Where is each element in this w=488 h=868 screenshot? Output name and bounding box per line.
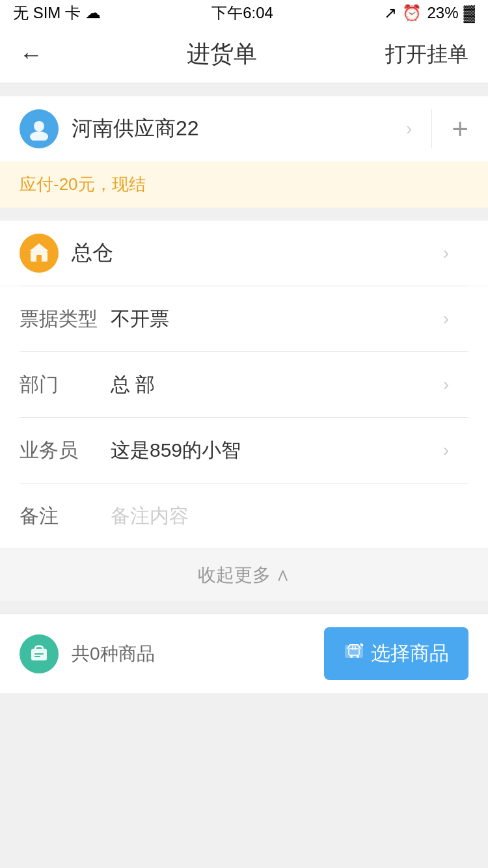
dept-label: 部门	[20, 372, 111, 398]
supplier-divider	[431, 109, 432, 148]
salesman-row[interactable]: 业务员 这是859的小智 ›	[0, 418, 488, 483]
empty-area	[0, 693, 488, 868]
page-title: 进货单	[187, 38, 257, 70]
invoice-value: 不开票	[111, 306, 443, 332]
supplier-chevron-icon: ›	[406, 118, 412, 139]
remark-row[interactable]: 备注 备注内容	[0, 483, 488, 549]
collapse-button[interactable]: 收起更多 ∧	[0, 549, 488, 601]
invoice-chevron-icon: ›	[443, 308, 449, 329]
divider-7	[0, 601, 488, 614]
invoice-row[interactable]: 票据类型 不开票 ›	[0, 286, 488, 351]
dept-value: 总 部	[111, 372, 443, 398]
svg-marker-3	[29, 243, 49, 251]
svg-rect-6	[34, 653, 44, 655]
select-product-label: 选择商品	[371, 640, 449, 667]
svg-point-1	[30, 131, 48, 141]
select-product-button[interactable]: 选择商品	[324, 627, 468, 680]
salesman-label: 业务员	[20, 437, 111, 464]
svg-point-0	[34, 121, 44, 131]
status-time: 下午6:04	[211, 3, 273, 23]
notice-bar: 应付-20元，现结	[0, 161, 488, 208]
warehouse-section[interactable]: 总仓 ›	[0, 221, 488, 286]
bottom-bar: 共0种商品 选择商品	[0, 614, 488, 693]
remark-label: 备注	[20, 503, 111, 530]
supplier-name: 河南供应商22	[72, 115, 406, 143]
dept-chevron-icon: ›	[443, 374, 449, 395]
dept-row[interactable]: 部门 总 部 ›	[0, 352, 488, 417]
cart-icon	[344, 641, 364, 666]
top-divider	[0, 83, 488, 96]
salesman-value: 这是859的小智	[111, 437, 443, 464]
svg-rect-8	[345, 645, 363, 658]
warehouse-name: 总仓	[72, 239, 443, 267]
svg-rect-7	[34, 656, 40, 657]
salesman-chevron-icon: ›	[443, 440, 449, 461]
divider-2	[0, 208, 488, 221]
open-pending-button[interactable]: 打开挂单	[385, 40, 468, 69]
warehouse-chevron-icon: ›	[443, 243, 449, 264]
status-right: ↗ ⏰ 23% ▓	[384, 4, 475, 22]
status-bar: 无 SIM 卡 ☁ 下午6:04 ↗ ⏰ 23% ▓	[0, 0, 488, 26]
warehouse-icon	[20, 234, 59, 273]
product-count-text: 共0种商品	[72, 642, 311, 666]
nav-bar: ← 进货单 打开挂单	[0, 26, 488, 83]
svg-rect-4	[36, 255, 42, 262]
form-section: 票据类型 不开票 › 部门 总 部 › 业务员 这是859的小智 › 备注 备注…	[0, 286, 488, 549]
invoice-label: 票据类型	[20, 306, 111, 332]
location-icon: ↗	[384, 4, 397, 22]
sim-signal: 无 SIM 卡 ☁	[13, 3, 101, 23]
product-count-icon	[20, 634, 59, 673]
back-button[interactable]: ←	[20, 41, 59, 68]
status-left: 无 SIM 卡 ☁	[13, 3, 101, 23]
alarm-icon: ⏰	[402, 4, 422, 22]
supplier-section[interactable]: 河南供应商22 › +	[0, 96, 488, 161]
battery-icon: ▓	[464, 4, 476, 22]
supplier-avatar	[20, 109, 59, 148]
remark-input[interactable]: 备注内容	[111, 503, 468, 530]
add-supplier-button[interactable]: +	[452, 115, 468, 143]
battery-level: 23%	[427, 4, 458, 22]
